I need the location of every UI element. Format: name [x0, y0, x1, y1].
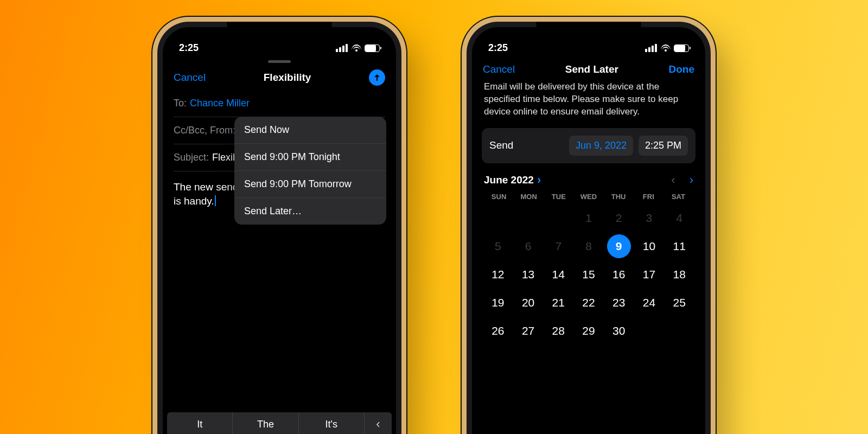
calendar-day[interactable]: 28: [544, 318, 572, 344]
notch: [232, 22, 327, 39]
calendar-day[interactable]: 11: [665, 233, 693, 259]
calendar-day[interactable]: 13: [514, 261, 542, 288]
weekday-thu: THU: [604, 193, 634, 201]
calendar-day[interactable]: 9: [607, 234, 631, 258]
phone-send-later: 2:25 Cancel Send Later Done Email will b…: [467, 22, 711, 434]
suggestion-1[interactable]: It: [167, 412, 233, 434]
compose-screen: 2:25 Cancel Flexibility To: Chance Mi: [163, 27, 396, 434]
cellular-icon: [645, 44, 657, 52]
battery-icon: [674, 44, 689, 52]
calendar-day[interactable]: 18: [665, 261, 693, 288]
calendar-day[interactable]: 17: [635, 261, 663, 288]
calendar-day[interactable]: 27: [514, 318, 542, 344]
cancel-button[interactable]: Cancel: [174, 72, 206, 84]
weekday-wed: WED: [573, 193, 603, 201]
weekday-tue: TUE: [544, 193, 573, 201]
next-month-button[interactable]: ›: [690, 173, 693, 187]
send-row-label: Send: [489, 139, 564, 151]
phone-compose: 2:25 Cancel Flexibility To: Chance Mi: [157, 22, 401, 434]
cc-bcc-label: Cc/Bcc, From:: [174, 125, 235, 136]
cancel-button[interactable]: Cancel: [483, 63, 515, 75]
battery-icon: [365, 44, 380, 52]
calendar-day[interactable]: 21: [544, 290, 572, 316]
calendar-day[interactable]: 10: [635, 233, 663, 259]
send-button[interactable]: [369, 69, 385, 86]
menu-send-later[interactable]: Send Later…: [234, 198, 386, 225]
calendar-day[interactable]: 15: [575, 261, 603, 288]
send-schedule-row: Send Jun 9, 2022 2:25 PM: [482, 128, 695, 163]
done-button[interactable]: Done: [669, 63, 695, 75]
calendar-day[interactable]: 4: [665, 205, 693, 231]
calendar-day[interactable]: 20: [514, 290, 542, 316]
month-label: June 2022: [484, 174, 534, 186]
calendar-day: [635, 318, 663, 344]
month-nav: ‹ ›: [671, 173, 693, 187]
calendar-day[interactable]: 14: [544, 261, 572, 288]
calendar-day[interactable]: 1: [575, 205, 603, 231]
suggestion-collapse[interactable]: ‹: [365, 412, 392, 434]
text-cursor: [215, 195, 216, 206]
calendar-day[interactable]: 8: [575, 233, 603, 259]
send-later-screen: 2:25 Cancel Send Later Done Email will b…: [472, 27, 705, 434]
menu-send-tonight[interactable]: Send 9:00 PM Tonight: [234, 144, 386, 171]
calendar-day: [544, 205, 572, 231]
send-options-menu: Send Now Send 9:00 PM Tonight Send 9:00 …: [234, 117, 386, 225]
to-field[interactable]: To: Chance Miller: [174, 90, 385, 117]
calendar-day[interactable]: 22: [575, 290, 603, 316]
status-indicators: [336, 44, 380, 52]
calendar-day[interactable]: 25: [665, 290, 693, 316]
arrow-up-icon: [373, 73, 381, 82]
weekday-mon: MON: [514, 193, 544, 201]
notch: [541, 22, 636, 39]
chevron-right-icon: ›: [537, 173, 541, 187]
month-picker[interactable]: June 2022 ›: [484, 173, 541, 187]
prev-month-button[interactable]: ‹: [671, 173, 675, 187]
calendar-day[interactable]: 3: [635, 205, 663, 231]
calendar-day[interactable]: 5: [484, 233, 512, 259]
time-chip[interactable]: 2:25 PM: [639, 136, 688, 156]
weekday-sat: SAT: [663, 193, 693, 201]
calendar-day[interactable]: 26: [484, 318, 512, 344]
status-time: 2:25: [488, 42, 508, 54]
calendar-day[interactable]: 6: [514, 233, 542, 259]
send-later-description: Email will be delivered by this device a…: [472, 80, 705, 128]
compose-navbar: Cancel Flexibility: [163, 63, 396, 90]
calendar-grid: 1234567891011121314151617181920212223242…: [484, 205, 693, 344]
weekday-sun: SUN: [484, 193, 514, 201]
wifi-icon: [660, 44, 671, 52]
send-later-title: Send Later: [515, 63, 668, 75]
calendar-day[interactable]: 24: [635, 290, 663, 316]
chevron-left-icon: ‹: [376, 417, 380, 431]
calendar-day[interactable]: 7: [544, 233, 572, 259]
to-recipient: Chance Miller: [190, 98, 250, 109]
compose-title: Flexibility: [206, 72, 369, 84]
subject-label: Subject:: [174, 152, 209, 163]
calendar-day[interactable]: 2: [605, 205, 633, 231]
calendar-day[interactable]: 19: [484, 290, 512, 316]
date-chip[interactable]: Jun 9, 2022: [569, 136, 633, 156]
calendar-day[interactable]: 16: [605, 261, 633, 288]
suggestion-3[interactable]: It's: [299, 412, 365, 434]
calendar-day: [514, 205, 542, 231]
status-time: 2:25: [179, 42, 199, 54]
keyboard-suggestions: It The It's ‹: [167, 412, 392, 434]
cellular-icon: [336, 44, 348, 52]
calendar-day[interactable]: 12: [484, 261, 512, 288]
suggestion-2[interactable]: The: [233, 412, 298, 434]
calendar-day: [665, 318, 693, 344]
status-indicators: [645, 44, 689, 52]
send-later-navbar: Cancel Send Later Done: [472, 57, 705, 80]
menu-send-tomorrow[interactable]: Send 9:00 PM Tomorrow: [234, 171, 386, 198]
calendar-day[interactable]: 29: [575, 318, 603, 344]
to-label: To:: [174, 98, 187, 109]
calendar: June 2022 › ‹ › SUN MON TUE WED THU FRI …: [472, 173, 705, 344]
wifi-icon: [351, 44, 361, 52]
weekday-fri: FRI: [634, 193, 663, 201]
calendar-day[interactable]: 30: [605, 318, 633, 344]
calendar-day[interactable]: 23: [605, 290, 633, 316]
calendar-day: [484, 205, 512, 231]
menu-send-now[interactable]: Send Now: [234, 117, 386, 144]
weekday-header: SUN MON TUE WED THU FRI SAT: [484, 193, 693, 201]
calendar-header: June 2022 › ‹ ›: [484, 173, 693, 187]
